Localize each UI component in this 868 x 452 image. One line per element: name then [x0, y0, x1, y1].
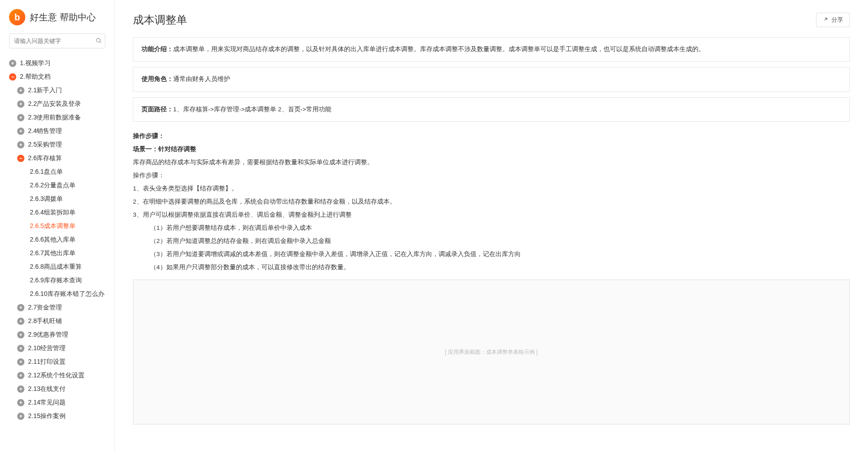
nav-item[interactable]: 2.6.3调拨单: [9, 192, 114, 206]
nav-label: 2.1新手入门: [28, 86, 62, 95]
app-logo: b: [9, 9, 25, 25]
scene-desc: 库存商品的结存成本与实际成本有差异，需要根据结存数量和实际单位成本进行调整。: [133, 156, 850, 168]
brand-title: 好生意 帮助中心: [30, 11, 96, 24]
share-label: 分享: [831, 16, 843, 24]
main-content: 成本调整单 分享 功能介绍：成本调整单，用来实现对商品结存成本的调整，以及针对具…: [115, 0, 868, 452]
plus-icon: +: [17, 372, 24, 379]
step-2: 2、在明细中选择要调整的商品及仓库，系统会自动带出结存数量和结存金额，以及结存成…: [133, 195, 850, 208]
nav-item[interactable]: +2.8手机旺铺: [9, 314, 114, 328]
nav-label: 2.3使用前数据准备: [28, 114, 81, 122]
intro-text-path: 1、库存核算->库存管理->成本调整单 2、首页->常用功能: [173, 106, 331, 113]
nav-label: 2.11打印设置: [28, 358, 66, 366]
nav-item[interactable]: 2.6.5成本调整单: [9, 219, 114, 233]
nav-label: 2.6.7其他出库单: [30, 249, 75, 257]
steps-heading: 操作步骤：: [133, 133, 165, 139]
nav-item[interactable]: +2.3使用前数据准备: [9, 111, 114, 124]
nav-item[interactable]: −2.6库存核算: [9, 152, 114, 165]
nav-label: 2.5采购管理: [28, 141, 62, 149]
plus-icon: +: [17, 128, 24, 135]
step-3c: （3）若用户知道要调增或调减的成本差值，则在调整金额中录入差值，调增录入正值，记…: [133, 248, 850, 260]
logo-row: b 好生意 帮助中心: [9, 9, 114, 25]
search-box: [9, 33, 105, 48]
plus-icon: +: [17, 358, 24, 366]
nav-label: 2.6.6其他入库单: [30, 236, 75, 244]
nav-label: 1.视频学习: [20, 59, 51, 67]
plus-icon: +: [17, 413, 24, 420]
nav-label: 2.8手机旺铺: [28, 317, 62, 325]
nav-label: 2.12系统个性化设置: [28, 371, 85, 380]
page-title: 成本调整单: [133, 13, 187, 27]
plus-icon: +: [17, 87, 24, 94]
nav-label: 2.6.5成本调整单: [30, 222, 75, 230]
search-input[interactable]: [9, 33, 105, 48]
intro-text-function: 成本调整单，用来实现对商品结存成本的调整，以及针对具体的出入库单进行成本调整。库…: [173, 46, 705, 52]
intro-box-function: 功能介绍：成本调整单，用来实现对商品结存成本的调整，以及针对具体的出入库单进行成…: [133, 37, 850, 62]
intro-box-role: 使用角色：通常由财务人员维护: [133, 67, 850, 91]
search-icon[interactable]: [95, 37, 102, 45]
page-header: 成本调整单 分享: [133, 13, 850, 27]
nav-label: 2.6.10库存账本错了怎么办: [30, 290, 104, 298]
steps-label: 操作步骤：: [133, 169, 850, 181]
nav-label: 2.2产品安装及登录: [28, 100, 81, 108]
step-3a: （1）若用户想要调整结存成本，则在调后单价中录入成本: [133, 222, 850, 234]
plus-icon: +: [17, 318, 24, 325]
nav-item[interactable]: −2.帮助文档: [9, 70, 114, 84]
nav-label: 2.6库存核算: [28, 154, 62, 162]
nav-item[interactable]: +2.15操作案例: [9, 409, 114, 423]
scene-title: 场景一：针对结存调整: [133, 146, 196, 152]
intro-label-role: 使用角色：: [142, 76, 173, 82]
nav-label: 2.6.2分量盘点单: [30, 181, 75, 190]
nav-label: 2.14常见问题: [28, 399, 66, 407]
plus-icon: +: [17, 141, 24, 148]
nav-item[interactable]: 2.6.6其他入库单: [9, 233, 114, 247]
nav-item[interactable]: +2.11打印设置: [9, 355, 114, 369]
sidebar: b 好生意 帮助中心 +1.视频学习−2.帮助文档+2.1新手入门+2.2产品安…: [0, 0, 115, 452]
plus-icon: +: [9, 60, 16, 67]
nav-item[interactable]: 2.6.1盘点单: [9, 165, 114, 179]
nav-item[interactable]: 2.6.10库存账本错了怎么办: [9, 287, 114, 301]
intro-text-role: 通常由财务人员维护: [173, 76, 230, 82]
nav-label: 2.6.4组装拆卸单: [30, 209, 75, 217]
plus-icon: +: [17, 385, 24, 393]
nav-label: 2.10经营管理: [28, 344, 66, 352]
nav-item[interactable]: 2.6.8商品成本重算: [9, 260, 114, 274]
nav-item[interactable]: +2.1新手入门: [9, 84, 114, 97]
nav-item[interactable]: 2.6.2分量盘点单: [9, 179, 114, 192]
article-body: 操作步骤： 场景一：针对结存调整 库存商品的结存成本与实际成本有差异，需要根据结…: [133, 130, 850, 424]
plus-icon: +: [17, 345, 24, 352]
nav-item[interactable]: +2.5采购管理: [9, 138, 114, 152]
embedded-screenshot: [ 应用界面截图：成本调整单表格示例 ]: [133, 280, 850, 424]
share-icon: [823, 16, 829, 24]
step-3d: （4）如果用户只调整部分数量的成本，可以直接修改带出的结存数量。: [133, 261, 850, 273]
nav-item[interactable]: 2.6.7其他出库单: [9, 247, 114, 260]
svg-point-0: [96, 38, 100, 42]
nav-label: 2.15操作案例: [28, 412, 66, 420]
intro-label-path: 页面路径：: [142, 106, 173, 113]
nav-item[interactable]: +2.9优惠券管理: [9, 328, 114, 342]
nav-item[interactable]: +2.14常见问题: [9, 396, 114, 409]
nav-tree: +1.视频学习−2.帮助文档+2.1新手入门+2.2产品安装及登录+2.3使用前…: [9, 57, 114, 423]
minus-icon: −: [17, 155, 24, 162]
plus-icon: +: [17, 304, 24, 311]
plus-icon: +: [17, 331, 24, 338]
nav-item[interactable]: +2.4销售管理: [9, 124, 114, 138]
nav-item[interactable]: 2.6.4组装拆卸单: [9, 206, 114, 219]
nav-label: 2.13在线支付: [28, 385, 66, 393]
nav-item[interactable]: +2.10经营管理: [9, 342, 114, 355]
step-3: 3、用户可以根据调整依据直接在调后单价、调后金额、调整金额列上进行调整: [133, 209, 850, 221]
nav-label: 2.4销售管理: [28, 127, 62, 135]
nav-label: 2.9优惠券管理: [28, 331, 68, 339]
nav-item[interactable]: +2.13在线支付: [9, 382, 114, 396]
nav-item[interactable]: +2.7资金管理: [9, 301, 114, 314]
nav-item[interactable]: +2.2产品安装及登录: [9, 97, 114, 111]
nav-label: 2.6.1盘点单: [30, 168, 63, 176]
share-button[interactable]: 分享: [816, 13, 850, 27]
nav-item[interactable]: +2.12系统个性化设置: [9, 369, 114, 382]
nav-label: 2.7资金管理: [28, 304, 62, 312]
nav-label: 2.6.3调拨单: [30, 195, 63, 203]
plus-icon: +: [17, 399, 24, 406]
nav-item[interactable]: +1.视频学习: [9, 57, 114, 70]
nav-item[interactable]: 2.6.9库存账本查询: [9, 274, 114, 287]
screenshot-note: [ 应用界面截图：成本调整单表格示例 ]: [445, 347, 538, 357]
svg-line-1: [100, 42, 101, 43]
